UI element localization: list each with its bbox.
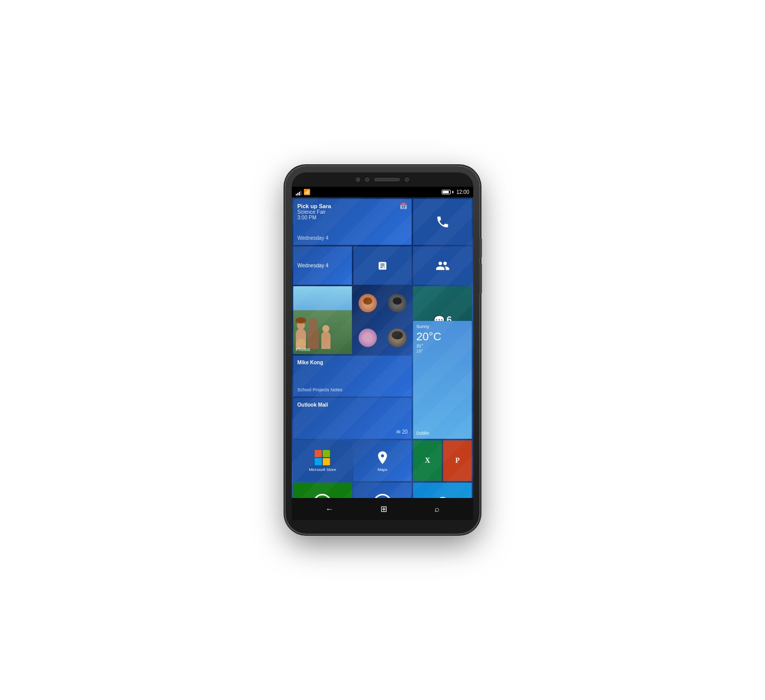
back-button[interactable]: ← xyxy=(321,503,338,516)
phone-device: 📶 12:00 Pick up Sara Science Fair 3:00 P… xyxy=(286,166,479,534)
xbox-icon: ✕ xyxy=(313,494,332,498)
calendar-subtitle: Science Fair xyxy=(297,209,407,215)
people-icon xyxy=(436,259,450,273)
front-camera-icon xyxy=(356,178,360,182)
top-bezel xyxy=(292,172,473,187)
contact-4[interactable] xyxy=(388,329,406,347)
screen: 📶 12:00 Pick up Sara Science Fair 3:00 P… xyxy=(292,187,473,520)
tile-people[interactable] xyxy=(413,246,472,285)
tile-excel[interactable]: X xyxy=(413,440,442,481)
bottom-nav: ← ⊞ ⌕ xyxy=(292,498,473,520)
tiles-grid: Pick up Sara Science Fair 3:00 PM Wednes… xyxy=(292,197,473,498)
tile-groove[interactable] xyxy=(353,483,412,498)
tile-contacts-bottom[interactable] xyxy=(353,321,412,354)
tile-calendar[interactable]: Pick up Sara Science Fair 3:00 PM Wednes… xyxy=(293,199,412,245)
onenote-notes: School Projects Notes xyxy=(297,387,407,392)
status-right: 12:00 xyxy=(442,189,469,195)
tile-photos[interactable]: Photos xyxy=(293,286,352,354)
contact-3[interactable] xyxy=(359,329,377,347)
photos-label: Photos xyxy=(296,347,310,352)
tile-calculator[interactable] xyxy=(353,246,412,285)
weather-high: 31° xyxy=(416,343,469,348)
maps-label: Maps xyxy=(377,467,388,472)
contact-2[interactable] xyxy=(388,294,406,312)
status-left: 📶 xyxy=(296,189,311,195)
front-camera2-icon xyxy=(365,178,369,182)
status-bar: 📶 12:00 xyxy=(292,187,473,197)
signal-icon xyxy=(296,189,301,195)
weather-city: Dublin xyxy=(416,431,429,436)
onenote-user: Mike Kong xyxy=(297,360,407,365)
maps-icon xyxy=(375,450,390,465)
clock: 12:00 xyxy=(456,189,469,195)
tile-maps[interactable]: Maps xyxy=(353,440,412,481)
calendar-time: 3:00 PM xyxy=(297,215,407,220)
tile-contacts-top[interactable] xyxy=(353,286,412,319)
tile-weather[interactable]: Sunny 20°C 31° 19° Dublin xyxy=(413,321,472,439)
store-icon xyxy=(315,450,330,465)
calendar-event: Pick up Sara xyxy=(297,203,407,209)
tile-onenote-wide[interactable]: Mike Kong School Projects Notes xyxy=(293,356,412,396)
outlook-label: Outlook Mail xyxy=(297,402,407,408)
weather-low: 19° xyxy=(416,348,469,354)
calculator-icon xyxy=(377,261,388,271)
sensor-icon xyxy=(405,178,409,182)
tile-powerpoint[interactable]: P xyxy=(443,440,472,481)
groove-icon xyxy=(373,494,392,498)
battery-icon xyxy=(442,190,453,194)
bottom-bezel xyxy=(292,520,473,528)
tile-xbox[interactable]: ✕ xyxy=(293,483,352,498)
search-button[interactable]: ⌕ xyxy=(430,503,444,516)
wifi-icon: 📶 xyxy=(303,189,311,195)
store-label: Microsoft Store xyxy=(309,467,336,472)
excel-label: X xyxy=(425,457,430,465)
outlook-count: ✉ 20 xyxy=(396,429,407,435)
calendar-day: Wednesday 4 xyxy=(297,235,328,241)
phone-icon xyxy=(436,215,450,229)
weather-condition: Sunny xyxy=(416,324,469,329)
contact-1[interactable] xyxy=(359,294,377,312)
weather-temp: 20°C xyxy=(416,330,469,343)
tile-phone[interactable] xyxy=(413,199,472,245)
speaker-icon xyxy=(374,178,400,181)
tile-outlook[interactable]: Outlook Mail ✉ 20 xyxy=(293,398,412,439)
date-text: Wednesday 4 xyxy=(297,263,328,268)
onedrive-icon xyxy=(434,494,452,498)
powerpoint-label: P xyxy=(455,457,460,465)
tile-store[interactable]: Microsoft Store xyxy=(293,440,352,481)
calendar-icon: 📅 xyxy=(399,202,407,210)
tile-date[interactable]: Wednesday 4 xyxy=(293,246,352,285)
tile-onedrive[interactable] xyxy=(413,483,472,498)
home-button[interactable]: ⊞ xyxy=(376,502,391,516)
